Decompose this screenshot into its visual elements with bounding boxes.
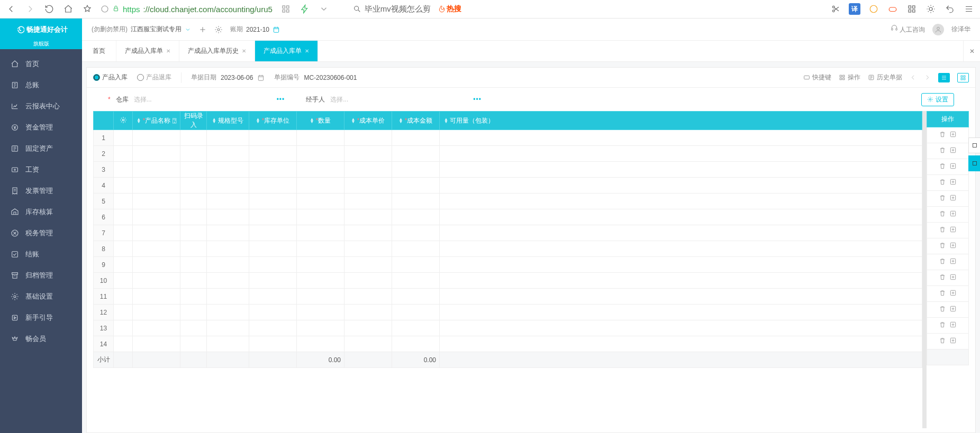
handler-select[interactable]: 经手人 ••• [306, 95, 482, 104]
delete-icon[interactable] [939, 289, 946, 297]
close-icon[interactable]: ✕ [166, 48, 170, 54]
sidebar-item-invoice[interactable]: 发票管理 [0, 180, 82, 201]
delete-icon[interactable] [939, 131, 946, 138]
more-icon[interactable]: ••• [473, 96, 482, 103]
sidebar-item-salary[interactable]: 工资 [0, 159, 82, 180]
col-scan[interactable]: 扫码录入 [180, 112, 207, 130]
add-row-icon[interactable] [949, 162, 957, 170]
col-amount[interactable]: ▲▼ *成本金额 [392, 112, 440, 130]
close-all-tabs-icon[interactable]: ✕ [963, 41, 980, 62]
sidebar-item-asset[interactable]: 固定资产 [0, 138, 82, 159]
table-row[interactable]: 7 [94, 225, 922, 241]
tab[interactable]: 产成品入库单✕ [255, 41, 318, 61]
add-row-icon[interactable] [949, 273, 957, 281]
apps-icon[interactable] [906, 3, 918, 15]
delete-icon[interactable] [939, 337, 946, 344]
handler-input[interactable] [330, 96, 468, 103]
delete-icon[interactable] [939, 146, 946, 154]
translate-icon[interactable]: 译 [849, 3, 860, 15]
add-row-icon[interactable] [949, 305, 957, 312]
hot-search-badge[interactable]: 热搜 [438, 4, 461, 14]
sidebar-item-vip[interactable]: 畅会员 [0, 328, 82, 349]
avatar[interactable] [932, 24, 944, 35]
add-row-icon[interactable] [949, 131, 957, 138]
col-avail[interactable]: ▲▼ 可用量（包装） [440, 112, 922, 130]
settings-button[interactable]: 设置 [921, 93, 954, 106]
game-icon[interactable] [887, 3, 899, 15]
add-row-icon[interactable] [949, 257, 957, 265]
rail-item[interactable] [968, 137, 980, 153]
table-row[interactable]: 1 [94, 130, 922, 146]
table-row[interactable]: 5 [94, 194, 922, 209]
close-icon[interactable]: ✕ [242, 48, 246, 54]
sidebar-item-guide[interactable]: 新手引导 [0, 307, 82, 328]
view-grid-icon[interactable] [957, 73, 969, 82]
delete-icon[interactable] [939, 194, 946, 201]
next-doc-icon[interactable] [924, 74, 931, 81]
table-row[interactable]: 13 [94, 320, 922, 336]
add-row-icon[interactable] [949, 321, 957, 328]
col-spec[interactable]: ▲▼ 规格型号 [207, 112, 249, 130]
bolt-icon[interactable] [299, 3, 311, 15]
gear-icon[interactable] [120, 116, 127, 124]
history-button[interactable]: 历史单据 [868, 73, 902, 82]
col-product[interactable]: ▲▼ *产品名称 ⍰ [133, 112, 180, 130]
col-qty[interactable]: ▲▼ *数量 [297, 112, 344, 130]
add-row-icon[interactable] [949, 289, 957, 297]
more-icon[interactable]: ••• [277, 96, 285, 103]
add-row-icon[interactable] [949, 337, 957, 344]
view-list-icon[interactable] [938, 73, 950, 82]
scissors-icon[interactable] [830, 3, 841, 15]
col-price[interactable]: ▲▼ *成本单价 [344, 112, 392, 130]
delete-icon[interactable] [939, 226, 946, 233]
menu-icon[interactable] [963, 3, 975, 15]
undo-icon[interactable] [944, 3, 956, 15]
home-icon[interactable] [62, 3, 74, 15]
table-row[interactable]: 2 [94, 146, 922, 162]
plus-icon[interactable] [198, 25, 207, 34]
tab[interactable]: 产成品入库单历史✕ [179, 41, 255, 61]
delete-icon[interactable] [939, 162, 946, 170]
table-row[interactable]: 9 [94, 257, 922, 273]
brightness-icon[interactable] [925, 3, 937, 15]
delete-icon[interactable] [939, 242, 946, 249]
table-row[interactable]: 6 [94, 209, 922, 225]
table-row[interactable]: 8 [94, 241, 922, 257]
delete-icon[interactable] [939, 257, 946, 265]
period-selector[interactable]: 账期 2021-10 [230, 25, 280, 34]
brand-logo[interactable]: 畅捷通好会计 [0, 19, 82, 41]
warehouse-input[interactable] [134, 96, 271, 103]
doc-date[interactable]: 单据日期 2023-06-06 [191, 73, 265, 82]
gear-icon[interactable] [214, 25, 223, 34]
user-name[interactable]: 徐泽华 [951, 25, 970, 34]
add-row-icon[interactable] [949, 178, 957, 186]
qr-icon[interactable] [280, 3, 292, 15]
delete-icon[interactable] [939, 321, 946, 328]
add-row-icon[interactable] [949, 146, 957, 154]
delete-icon[interactable] [939, 178, 946, 186]
nav-back-icon[interactable] [5, 3, 17, 15]
tab[interactable]: 产成品入库单✕ [116, 41, 179, 61]
reload-icon[interactable] [43, 3, 55, 15]
address-bar[interactable]: https://cloud.chanjet.com/accounting/uru… [101, 5, 273, 14]
sidebar-item-home[interactable]: 首页 [0, 53, 82, 75]
sidebar-item-archive[interactable]: 归档管理 [0, 265, 82, 286]
add-row-icon[interactable] [949, 242, 957, 249]
table-row[interactable]: 12 [94, 305, 922, 320]
sidebar-item-ledger[interactable]: 总账 [0, 75, 82, 96]
col-unit[interactable]: ▲▼ *库存单位 [249, 112, 297, 130]
delete-icon[interactable] [939, 305, 946, 312]
browser-search[interactable]: 毕业mv视频怎么剪 [353, 4, 431, 14]
close-icon[interactable]: ✕ [305, 48, 309, 54]
warehouse-select[interactable]: *仓库 ••• [108, 95, 285, 104]
sidebar-item-money[interactable]: 资金管理 [0, 117, 82, 138]
add-row-icon[interactable] [949, 210, 957, 217]
shortcut-button[interactable]: 快捷键 [803, 73, 831, 82]
coin-icon[interactable] [868, 3, 879, 15]
nav-forward-icon[interactable] [24, 3, 36, 15]
table-row[interactable]: 3 [94, 162, 922, 178]
tab-home[interactable]: 首页 [82, 41, 116, 61]
radio-product-out[interactable]: 产品退库 [137, 73, 171, 82]
table-row[interactable]: 10 [94, 273, 922, 289]
prev-doc-icon[interactable] [910, 74, 917, 81]
